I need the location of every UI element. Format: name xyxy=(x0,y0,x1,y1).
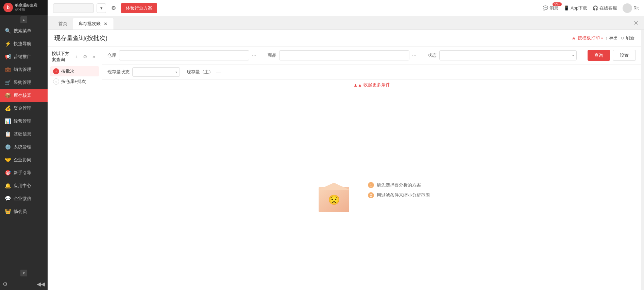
solution-active-icon: ✓ xyxy=(53,68,59,74)
refresh-btn[interactable]: ↻ 刷新 xyxy=(621,35,634,41)
app-download-item[interactable]: 📱 App下载 xyxy=(564,5,587,11)
sales-icon: 💼 xyxy=(5,67,11,73)
nav-label-operations: 经营管理 xyxy=(14,118,31,124)
sidebar-item-system[interactable]: ⚙️ 系统管理 xyxy=(0,141,48,153)
stock-quantity-label: 现存量（主） xyxy=(187,69,213,75)
print-btn[interactable]: 🖨 按模板打印 ▾ xyxy=(572,35,603,41)
nav-label-marketing: 营销推广 xyxy=(14,54,31,60)
tip-2-num: 2 xyxy=(368,192,374,198)
nav-menu: 🔍 搜索菜单 ⚡ 快捷导航 📢 营销推广 💼 销售管理 🛒 采购管理 📦 库存核… xyxy=(0,24,48,268)
sidebar-item-appstore[interactable]: 🔔 应用中心 xyxy=(0,179,48,192)
guide-icon: 🎯 xyxy=(5,170,11,176)
warehouse-label: 仓库 xyxy=(107,52,116,58)
add-solution-btn[interactable]: + xyxy=(72,53,80,60)
export-btn[interactable]: ↑ 导出 xyxy=(606,35,618,41)
tab-close-btn[interactable]: ✕ xyxy=(103,21,108,26)
sidebar-item-finance[interactable]: 💰 资金管理 xyxy=(0,102,48,115)
export-icon: ↑ xyxy=(606,36,608,41)
status-label: 状态 xyxy=(428,52,437,58)
solution-panel-title: 按以下方案查询 xyxy=(52,51,72,63)
sidebar-item-wechat[interactable]: 💬 企业微信 xyxy=(0,192,48,205)
app-info: 畅康通好生意 标准版 xyxy=(15,3,37,12)
user-profile[interactable]: Rit xyxy=(623,3,639,13)
sidebar-item-operations[interactable]: 📊 经营管理 xyxy=(0,115,48,128)
user-avatar xyxy=(623,3,632,13)
sidebar-item-marketing[interactable]: 📢 营销推广 xyxy=(0,50,48,63)
sidebar-item-search[interactable]: 🔍 搜索菜单 xyxy=(0,24,48,37)
warehouse-dots-btn[interactable]: ··· xyxy=(252,52,256,58)
app-download-icon: 📱 xyxy=(564,5,569,11)
tip-2-text: 用过滤条件来缩小分析范围 xyxy=(377,192,430,198)
topbar-search-input[interactable] xyxy=(53,3,94,13)
sidebar-item-purchase[interactable]: 🛒 采购管理 xyxy=(0,76,48,89)
sidebar-item-inventory[interactable]: 📦 库存核算 xyxy=(0,89,48,102)
nav-label-appstore: 应用中心 xyxy=(14,183,31,189)
nav-label-finance: 资金管理 xyxy=(14,105,31,111)
sidebar-collapse-icon[interactable]: ◀◀ xyxy=(37,281,45,287)
scroll-down-btn[interactable]: ▼ xyxy=(20,270,27,276)
topbar-right: 💬 消息 99+ 📱 App下载 🎧 在线客服 Rit xyxy=(543,3,639,13)
sidebar-item-member[interactable]: 👑 畅会员 xyxy=(0,205,48,218)
tip-1-text: 请先选择要分析的方案 xyxy=(377,182,421,188)
settings-icon[interactable]: ⚙ xyxy=(3,281,7,287)
solution-panel: 按以下方案查询 + ⚙ « ✓ 按批次 ○ 按仓库+批次 xyxy=(48,47,102,290)
member-icon: 👑 xyxy=(5,209,11,215)
collapse-label: 收起更多条件 xyxy=(363,82,390,88)
right-panel: 现存量查询(按批次) 🖨 按模板打印 ▾ ↑ 导出 ↻ 刷新 xyxy=(48,30,641,290)
app-version: 标准版 xyxy=(15,7,37,12)
scroll-up-btn[interactable]: ▲ xyxy=(20,16,27,23)
sidebar-item-collab[interactable]: 🤝 企业协同 xyxy=(0,153,48,166)
collapse-trigger[interactable]: ▲▲ 收起更多条件 xyxy=(102,80,641,90)
filter-area: 仓库 ··· 商品 ··· 状态 xyxy=(102,47,641,90)
filter-row-2: 现存量状态 有库存 无库存 ▾ xyxy=(102,65,641,80)
query-btn[interactable]: 查询 xyxy=(588,50,610,61)
online-service-label: 在线客服 xyxy=(599,5,617,11)
purchase-icon: 🛒 xyxy=(5,79,11,86)
trial-btn[interactable]: 体验行业方案 xyxy=(121,3,157,13)
solution-item-batch[interactable]: ✓ 按批次 xyxy=(50,66,99,76)
product-dots-btn[interactable]: ··· xyxy=(412,52,417,58)
page-actions: 🖨 按模板打印 ▾ ↑ 导出 ↻ 刷新 xyxy=(572,35,635,41)
topbar-gear-btn[interactable]: ⚙ xyxy=(109,3,118,13)
nav-label-wechat: 企业微信 xyxy=(14,196,31,202)
headset-icon: 🎧 xyxy=(593,5,598,11)
tab-inventory-batch[interactable]: 库存批次账 ✕ xyxy=(73,18,114,30)
online-service-item[interactable]: 🎧 在线客服 xyxy=(593,5,617,11)
tab-home[interactable]: 首页 xyxy=(53,18,73,30)
solution-item-warehouse-batch[interactable]: ○ 按仓库+批次 xyxy=(50,76,99,87)
right-resize-handle[interactable] xyxy=(641,30,644,290)
export-label: 导出 xyxy=(609,35,618,41)
user-name: Rit xyxy=(633,6,639,11)
message-item[interactable]: 💬 消息 99+ xyxy=(543,5,558,11)
tip-2: 2 用过滤条件来缩小分析范围 xyxy=(368,192,430,198)
main-split: 按以下方案查询 + ⚙ « ✓ 按批次 ○ 按仓库+批次 xyxy=(48,47,641,290)
close-icon: ✕ xyxy=(104,21,107,26)
manage-solution-btn[interactable]: ⚙ xyxy=(81,53,89,60)
solution-panel-header: 按以下方案查询 + ⚙ « xyxy=(50,51,99,63)
sidebar-header: b 畅康通好生意 标准版 xyxy=(0,0,48,15)
sidebar-item-basic[interactable]: 📋 基础信息 xyxy=(0,128,48,141)
message-badge: 99+ xyxy=(553,2,562,6)
scroll-up-area: ▲ xyxy=(0,15,48,24)
box-face-icon: 😟 xyxy=(328,194,340,205)
app-download-label: App下载 xyxy=(571,5,587,11)
product-label: 商品 xyxy=(268,52,276,58)
stock-status-label: 现存量状态 xyxy=(107,69,130,75)
topbar-dropdown-btn[interactable]: ▾ xyxy=(97,3,106,13)
nav-label-purchase: 采购管理 xyxy=(14,79,31,86)
sidebar-item-quicknav[interactable]: ⚡ 快捷导航 xyxy=(0,37,48,50)
stock-status-select[interactable]: 有库存 无库存 xyxy=(132,67,180,77)
empty-state: 😟 1 请先选择要分析的方案 2 用过滤条件来缩小分析范围 xyxy=(313,168,430,212)
collapse-solution-btn[interactable]: « xyxy=(90,53,98,60)
page-close-btn[interactable]: ✕ xyxy=(633,19,639,27)
operations-icon: 📊 xyxy=(5,118,11,124)
status-select[interactable]: 正常 禁用 xyxy=(439,50,577,60)
sidebar-item-guide[interactable]: 🎯 新手引导 xyxy=(0,166,48,179)
product-input[interactable] xyxy=(279,50,409,60)
product-filter: 商品 ··· xyxy=(262,47,422,64)
nav-label-collab: 企业协同 xyxy=(14,157,31,163)
warehouse-input[interactable] xyxy=(119,50,249,60)
settings-btn[interactable]: 设置 xyxy=(613,50,636,61)
sidebar-item-sales[interactable]: 💼 销售管理 xyxy=(0,63,48,76)
topbar-left: ▾ ⚙ 体验行业方案 xyxy=(53,3,539,13)
